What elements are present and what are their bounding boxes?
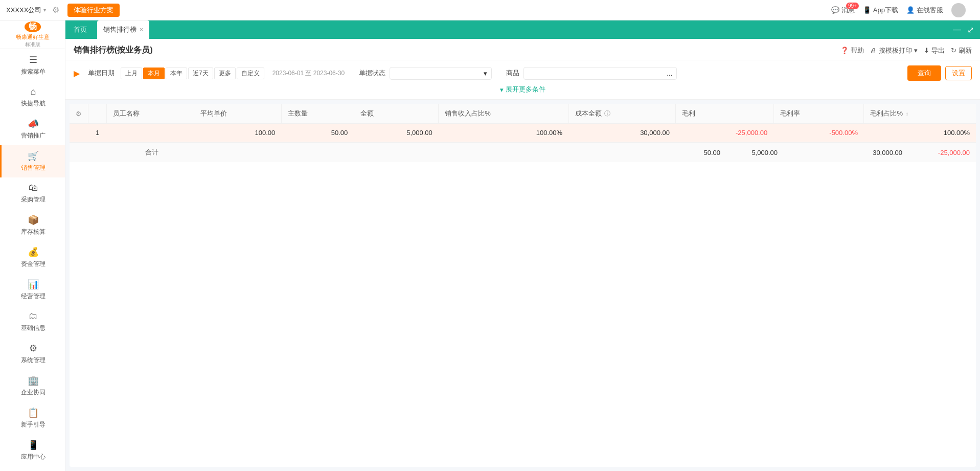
date-prev-btn[interactable]: 上月 bbox=[121, 68, 142, 79]
marketing-icon: 📣 bbox=[28, 118, 39, 129]
status-chevron-icon: ▾ bbox=[484, 70, 487, 77]
export-btn[interactable]: ⬇ 导出 bbox=[924, 46, 945, 55]
refresh-label: 刷新 bbox=[959, 46, 972, 55]
table-wrapper: ⚙ 员工名称 平均单价 主数量 全额 销售收入占比% 成本全额 ⓘ 毛利 bbox=[70, 104, 976, 467]
finance-icon: 💰 bbox=[28, 246, 39, 258]
settings-btn[interactable]: 设置 bbox=[945, 66, 972, 80]
help-btn[interactable]: ❓ 帮助 bbox=[840, 46, 864, 55]
sidebar-item-marketing[interactable]: 📣 营销推广 bbox=[0, 113, 65, 145]
inventory-icon: 📦 bbox=[28, 214, 39, 226]
sidebar-item-label: 营销推广 bbox=[21, 131, 45, 140]
date-year-btn[interactable]: 本年 bbox=[166, 68, 187, 79]
search-menu-icon: ☰ bbox=[29, 54, 37, 65]
col-settings[interactable]: ⚙ bbox=[70, 104, 88, 124]
page-title: 销售排行榜(按业务员) bbox=[74, 45, 153, 56]
sidebar-item-label: 库存核算 bbox=[21, 228, 45, 236]
goods-filter: 商品 ... bbox=[506, 67, 677, 80]
app-download-btn[interactable]: 📱 App下载 bbox=[863, 6, 898, 15]
message-badge: 99+ bbox=[846, 3, 859, 9]
filter-row-2: ▾ 展开更多条件 bbox=[74, 85, 972, 94]
goods-input[interactable]: ... bbox=[523, 67, 677, 80]
sidebar-logo: 畅 畅康通好生意 标准版 bbox=[0, 20, 65, 49]
page-header: 销售排行榜(按业务员) ❓ 帮助 🖨 按模板打印 ▾ ⬇ 导出 bbox=[65, 39, 980, 60]
sidebar-item-sales[interactable]: 🛒 销售管理 bbox=[0, 145, 65, 177]
tab-minimize-icon[interactable]: — bbox=[953, 25, 961, 34]
sidebar-item-operation[interactable]: 📊 经营管理 bbox=[0, 274, 65, 306]
col-qty: 主数量 bbox=[281, 104, 354, 124]
gross-pct-sort-icon[interactable]: ↕ bbox=[906, 111, 908, 117]
row-amount: 5,000.00 bbox=[354, 124, 439, 142]
status-select[interactable]: ▾ bbox=[390, 67, 492, 80]
online-service-btn[interactable]: 👤 在线客服 bbox=[906, 6, 943, 15]
sidebar-item-system[interactable]: ⚙ 系统管理 bbox=[0, 338, 65, 370]
tab-active-label: 销售排行榜 bbox=[103, 25, 136, 34]
basic-icon: 🗂 bbox=[29, 311, 38, 322]
tab-home[interactable]: 首页 bbox=[65, 20, 95, 39]
help-icon: ❓ bbox=[840, 47, 849, 54]
filter-bar: ▶ 单据日期 上月 本月 本年 近7天 更多 自定义 2023-06-01 至 … bbox=[65, 60, 980, 100]
company-selector[interactable]: XXXXX公司 ▾ bbox=[6, 6, 46, 15]
table-row: 1 100.00 50.00 bbox=[70, 124, 976, 142]
footer-qty: 50.00 bbox=[679, 149, 720, 156]
date-curr-btn[interactable]: 本月 bbox=[143, 68, 165, 79]
message-icon: 💬 bbox=[831, 6, 839, 14]
col-gross-pct: 毛利占比% ↕ bbox=[864, 104, 976, 124]
row-qty: 50.00 bbox=[281, 124, 354, 142]
status-label: 单据状态 bbox=[359, 69, 385, 78]
sidebar-item-search[interactable]: ☰ 搜索菜单 bbox=[0, 49, 65, 81]
company-chevron-icon: ▾ bbox=[43, 7, 46, 13]
cost-info-icon[interactable]: ⓘ bbox=[604, 110, 610, 117]
logo-text: 畅康通好生意 bbox=[16, 33, 50, 41]
refresh-btn[interactable]: ↻ 刷新 bbox=[951, 46, 972, 55]
search-btn[interactable]: 查询 bbox=[907, 65, 941, 81]
sidebar-item-label: 企业协同 bbox=[21, 388, 45, 397]
footer-cost: 30,000.00 bbox=[851, 149, 902, 156]
filter-row-1: ▶ 单据日期 上月 本月 本年 近7天 更多 自定义 2023-06-01 至 … bbox=[74, 65, 972, 81]
collab-icon: 🏢 bbox=[28, 375, 39, 386]
top-bar-right: 💬 消息 99+ 📱 App下载 👤 在线客服 bbox=[831, 3, 974, 17]
operation-icon: 📊 bbox=[28, 279, 39, 290]
footer-label: 合计 bbox=[145, 148, 158, 157]
date-more-btn[interactable]: 更多 bbox=[214, 68, 236, 79]
sidebar-item-label: 系统管理 bbox=[21, 356, 45, 365]
sidebar-item-label: 采购管理 bbox=[21, 195, 45, 204]
avatar[interactable] bbox=[951, 3, 966, 17]
export-icon: ⬇ bbox=[924, 47, 929, 54]
row-gross: -25,000.00 bbox=[676, 124, 773, 142]
sidebar-item-label: 新手引导 bbox=[21, 420, 45, 429]
sidebar-item-quick[interactable]: ⌂ 快捷导航 bbox=[0, 81, 65, 113]
tab-maximize-icon[interactable]: ⤢ bbox=[967, 25, 974, 35]
sidebar-item-guide[interactable]: 📋 新手引导 bbox=[0, 402, 65, 434]
refresh-icon: ↻ bbox=[951, 47, 956, 54]
message-btn[interactable]: 💬 消息 99+ bbox=[831, 6, 855, 15]
expand-more-btn[interactable]: ▾ 展开更多条件 bbox=[500, 85, 545, 94]
sidebar-item-wechat[interactable]: 💬 企业微信 bbox=[0, 466, 65, 471]
sidebar-item-finance[interactable]: 💰 资金管理 bbox=[0, 241, 65, 274]
filter-expand-icon[interactable]: ▶ bbox=[74, 69, 80, 78]
date-range: 2023-06-01 至 2023-06-30 bbox=[272, 69, 345, 78]
sidebar-item-inventory[interactable]: 📦 库存核算 bbox=[0, 209, 65, 241]
col-gross: 毛利 bbox=[676, 104, 773, 124]
row-sales-pct: 100.00% bbox=[439, 124, 568, 142]
tab-home-label: 首页 bbox=[74, 25, 87, 34]
top-settings-icon[interactable]: ⚙ bbox=[52, 5, 59, 15]
sidebar-item-purchase[interactable]: 🛍 采购管理 bbox=[0, 177, 65, 209]
sidebar-item-apps[interactable]: 📱 应用中心 bbox=[0, 434, 65, 466]
row-gross-rate: -500.00% bbox=[773, 124, 864, 142]
trial-btn[interactable]: 体验行业方案 bbox=[67, 4, 120, 17]
sidebar-item-basic[interactable]: 🗂 基础信息 bbox=[0, 306, 65, 338]
date-custom-btn[interactable]: 自定义 bbox=[237, 68, 264, 79]
print-label: 按模板打印 bbox=[879, 46, 912, 55]
goods-ellipsis: ... bbox=[667, 70, 672, 77]
row-settings bbox=[70, 124, 88, 142]
tab-close-icon[interactable]: × bbox=[140, 26, 143, 33]
tab-sales-ranking[interactable]: 销售排行榜 × bbox=[97, 20, 149, 39]
sidebar-item-collab[interactable]: 🏢 企业协同 bbox=[0, 370, 65, 402]
date-7days-btn[interactable]: 近7天 bbox=[188, 68, 213, 79]
sidebar-item-label: 销售管理 bbox=[21, 164, 45, 172]
page-actions: ❓ 帮助 🖨 按模板打印 ▾ ⬇ 导出 ↻ 刷新 bbox=[840, 46, 972, 55]
print-chevron-icon: ▾ bbox=[914, 47, 918, 54]
guide-icon: 📋 bbox=[28, 407, 39, 418]
print-btn[interactable]: 🖨 按模板打印 ▾ bbox=[870, 46, 918, 55]
col-rank bbox=[88, 104, 107, 124]
